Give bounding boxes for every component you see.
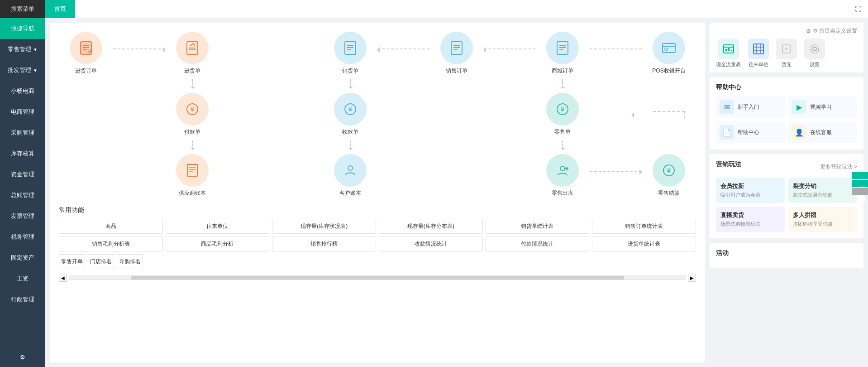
- scroll-left-button[interactable]: ◀: [59, 274, 67, 282]
- scroll-bar[interactable]: ◀ ▶: [59, 274, 696, 282]
- settings-shortcut-icon: [804, 39, 825, 59]
- sidebar-item-quicknav[interactable]: 快捷导航: [0, 18, 45, 39]
- customer-service-button[interactable]: 客服热线: [852, 172, 868, 179]
- right-panel: ⚙ ⚙ 首页自定义设置: [710, 23, 863, 362]
- desktop-shortcut-button[interactable]: 桌面快捷: [852, 188, 868, 195]
- fullscreen-button[interactable]: ⛶: [853, 4, 863, 14]
- func-btn-contacts[interactable]: 往来单位: [166, 219, 270, 234]
- sidebar-item-purchase[interactable]: 采购管理: [0, 122, 45, 143]
- more-marketing-link[interactable]: 更多营销玩法 >: [820, 163, 857, 171]
- flow-node-pos-cashier[interactable]: POS收银开台: [642, 32, 696, 75]
- help-item-video[interactable]: ▶ 视频学习: [788, 96, 857, 118]
- flow-node-receipt[interactable]: ¥ 收款单: [323, 93, 377, 136]
- func-btn-inventory-status[interactable]: 现存量(库存状况表): [272, 219, 376, 234]
- marketing-item-fission[interactable]: 裂变分销 裂变式发展分销商: [788, 178, 857, 203]
- shortcut-settings[interactable]: 设置: [804, 39, 825, 68]
- purchase-order-icon: [70, 32, 102, 64]
- help-item-help-center[interactable]: 📄 帮助中心: [716, 121, 785, 143]
- service-community-button[interactable]: 服务社区: [852, 180, 868, 187]
- flow-node-retail-order[interactable]: ¥ 零售单: [535, 93, 590, 136]
- marketing-title: 营销玩法: [716, 160, 741, 169]
- marketing-item-member[interactable]: 会员拉新 吸引用户成为会员: [716, 178, 785, 203]
- sidebar-item-ecommerce-small[interactable]: 小畅电商: [0, 81, 45, 101]
- sidebar-item-tax[interactable]: 税务管理: [0, 227, 45, 247]
- func-btn-purchase-stat[interactable]: 进货单统计表: [592, 237, 696, 251]
- func-btn-sales-order-stat[interactable]: 销售订单统计表: [592, 219, 696, 234]
- svg-point-35: [560, 166, 565, 171]
- flow-node-customer-account[interactable]: 客户账本: [323, 154, 377, 197]
- mall-order-icon: [546, 32, 579, 64]
- scroll-right-button[interactable]: ▶: [688, 274, 696, 282]
- scroll-track[interactable]: [69, 275, 686, 280]
- func-btn-payment-stat[interactable]: 付款情况统计: [486, 237, 590, 251]
- func-btn-goods[interactable]: 商品: [59, 219, 163, 234]
- func-btn-sales-stat[interactable]: 销货单统计表: [486, 219, 590, 234]
- func-btn-retail-order[interactable]: 零售开单: [59, 254, 85, 269]
- chevron-down-icon: ▼: [33, 68, 38, 73]
- svg-rect-22: [665, 48, 668, 50]
- chevron-down-icon: ▼: [33, 47, 38, 52]
- func-btn-sales-rank[interactable]: 销售排行榜: [272, 237, 376, 251]
- shortcut-contacts[interactable]: 往来单位: [748, 39, 769, 68]
- marketing-item-live[interactable]: 直播卖货 场景式购物新玩法: [716, 207, 785, 232]
- svg-text:¥: ¥: [560, 106, 564, 113]
- flow-node-purchase-order[interactable]: 进货订单: [59, 32, 113, 75]
- help-grid: ✉ 新手入门 ▶ 视频学习 📄 帮助中心 👤 在线客服: [716, 96, 857, 143]
- func-btn-guide-rank[interactable]: 导购排名: [117, 254, 143, 269]
- sidebar-item-ledger[interactable]: 总账管理: [0, 185, 45, 206]
- arrow-receipt-down: [350, 140, 351, 150]
- shortcut-cashflow[interactable]: 现金流量表: [716, 39, 741, 68]
- sidebar-item-assets[interactable]: 固定资产: [0, 247, 45, 268]
- marketing-header: 营销玩法 更多营销玩法 >: [716, 160, 857, 173]
- activity-title: 活动: [716, 249, 857, 257]
- svg-text:¥: ¥: [667, 167, 671, 174]
- flow-node-sales-bill[interactable]: 销货单: [323, 32, 377, 75]
- flow-node-mall-order[interactable]: 商城订单: [535, 32, 590, 75]
- help-item-online-service[interactable]: 👤 在线客服: [788, 121, 857, 143]
- shortcuts-header: ⚙ ⚙ 首页自定义设置: [716, 27, 857, 35]
- func-btn-receipt-stat[interactable]: 收款情况统计: [379, 237, 483, 251]
- retail-out-icon: [546, 154, 579, 187]
- svg-rect-42: [728, 48, 730, 51]
- arrow-sales-bill-down: [350, 79, 351, 88]
- marketing-grid: 会员拉新 吸引用户成为会员 裂变分销 裂变式发展分销商 直播卖货 场景式购物新玩…: [716, 178, 857, 232]
- flow-node-retail-settle[interactable]: ¥ 零售结算: [642, 154, 696, 197]
- flow-node-payment[interactable]: ¥ 付款单: [165, 93, 219, 136]
- common-functions-title: 常用功能: [59, 206, 696, 214]
- flow-node-retail-out[interactable]: 零售出库: [535, 154, 590, 197]
- svg-rect-20: [663, 43, 675, 53]
- sidebar-item-finance[interactable]: 资金管理: [0, 164, 45, 185]
- contacts-icon: [748, 39, 769, 59]
- right-sidebar: 客服热线 服务社区 桌面快捷: [852, 172, 868, 195]
- help-item-beginner[interactable]: ✉ 新手入门: [716, 96, 785, 118]
- sidebar-item-invoice[interactable]: 发票管理: [0, 206, 45, 227]
- settings-button[interactable]: ⚙: [0, 348, 45, 367]
- func-btn-inventory-dist[interactable]: 现存量(库存分布表): [379, 219, 483, 234]
- content-area: 进货订单: [45, 18, 868, 367]
- svg-point-34: [348, 166, 353, 170]
- arrow-payment-down: [192, 140, 193, 150]
- shortcut-none[interactable]: 暂无: [776, 39, 797, 68]
- gear-icon: ⚙: [806, 28, 811, 34]
- search-menu-button[interactable]: 搜索菜单: [0, 0, 45, 18]
- tab-home[interactable]: 首页: [45, 0, 75, 18]
- flow-node-supplier-account[interactable]: 供应商账本: [165, 154, 219, 197]
- customize-button[interactable]: ⚙ ⚙ 首页自定义设置: [806, 27, 857, 35]
- sidebar-item-wholesale[interactable]: 批发管理 ▼: [0, 60, 45, 81]
- sidebar-item-retail[interactable]: 零售管理 ▼: [0, 39, 45, 60]
- sidebar-item-admin[interactable]: 行政管理: [0, 289, 45, 310]
- flow-node-purchase-bill[interactable]: 进货单: [165, 32, 219, 75]
- func-btn-sales-profit[interactable]: 销售毛利分析表: [59, 237, 163, 251]
- flow-node-sales-order[interactable]: 销售订单: [429, 32, 484, 75]
- marketing-item-group[interactable]: 多人拼团 拼团购物享受优惠: [788, 207, 857, 232]
- common-functions: 常用功能 商品 往来单位 现存量(库存状况表) 现存量(库存分布表) 销货单统计…: [59, 206, 696, 282]
- func-btn-goods-profit[interactable]: 商品毛利分析: [166, 237, 270, 251]
- svg-point-53: [811, 45, 819, 53]
- func-btn-store-rank[interactable]: 门店排名: [88, 254, 114, 269]
- payment-icon: ¥: [176, 93, 209, 126]
- shortcuts-grid: 现金流量表 往来单位: [716, 39, 857, 68]
- sidebar-item-ecommerce[interactable]: 电商管理: [0, 101, 45, 122]
- sidebar-item-salary[interactable]: 工资: [0, 268, 45, 289]
- arrow-sales-order-to-mall: [484, 48, 536, 49]
- sidebar-item-inventory[interactable]: 库存核算: [0, 143, 45, 164]
